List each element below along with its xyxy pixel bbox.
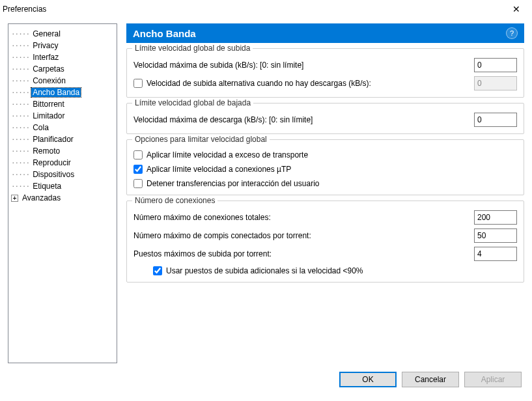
sidebar-item-label: Interfaz [31, 53, 60, 62]
sidebar-item-label: Bittorrent [31, 100, 66, 109]
tree-branch-icon: ····· [11, 182, 29, 191]
sidebar-item-planificador[interactable]: ·····Planificador [10, 133, 115, 145]
user-interaction-checkbox[interactable] [133, 179, 143, 188]
group-legend: Número de conexiones [132, 196, 217, 205]
sidebar-item-label: Dispositivos [31, 170, 76, 179]
apply-button: Aplicar [464, 372, 522, 387]
sidebar-item-carpetas[interactable]: ·····Carpetas [10, 63, 115, 75]
sidebar-item-limitador[interactable]: ·····Limitador [10, 110, 115, 122]
sidebar-item-label: Privacy [31, 41, 59, 50]
sidebar-item-reproducir[interactable]: ·····Reproducir [10, 157, 115, 169]
tree-branch-icon: ····· [11, 53, 29, 62]
max-download-input[interactable] [474, 113, 517, 127]
transport-overhead-label: Aplicar límite velocidad a exceso de tra… [147, 150, 308, 159]
ok-button[interactable]: OK [339, 372, 397, 387]
upload-limit-group: Límite velocidad global de subida Veloci… [126, 48, 524, 98]
panel-header: Ancho Banda ? [126, 23, 524, 43]
tree-branch-icon: ····· [11, 135, 29, 144]
window-title: Preferencias [3, 5, 503, 14]
tree-branch-icon: ····· [11, 124, 29, 132]
tree-branch-icon: ····· [11, 100, 29, 109]
sidebar-item-label: Ancho Banda [31, 88, 81, 97]
upload-slots-label: Puestos máximos de subida por torrent: [133, 249, 469, 258]
utp-limit-checkbox[interactable] [133, 165, 143, 174]
download-limit-group: Límite velocidad global de bajada Veloci… [126, 103, 524, 134]
alt-upload-checkbox[interactable] [133, 79, 143, 88]
tree-branch-icon: ····· [11, 147, 29, 156]
button-bar: OK Cancelar Aplicar [0, 363, 532, 396]
group-legend: Límite velocidad global de subida [132, 44, 253, 53]
main-panel: Ancho Banda ? Límite velocidad global de… [126, 23, 524, 363]
sidebar-item-remoto[interactable]: ·····Remoto [10, 145, 115, 157]
titlebar: Preferencias ✕ [0, 0, 532, 18]
sidebar-item-label: Remoto [31, 146, 61, 156]
close-button[interactable]: ✕ [503, 0, 529, 18]
max-upload-label: Velocidad máxima de subida (kB/s): [0: s… [133, 61, 469, 70]
utp-limit-label: Aplicar límite velocidad a conexiones µT… [147, 165, 291, 174]
sidebar-item-label: Limitador [31, 111, 66, 120]
user-interaction-label: Detener transferencias por interacción d… [147, 179, 319, 188]
extra-slots-label: Usar puestos de subida adicionales si la… [166, 266, 363, 275]
tree-branch-icon: ····· [11, 30, 29, 38]
max-peers-label: Número máximo de compis conectados por t… [133, 231, 469, 240]
tree-branch-icon: ····· [11, 77, 29, 85]
sidebar-item-label: Etiqueta [31, 182, 63, 191]
connections-group: Número de conexiones Número máximo de co… [126, 200, 524, 283]
extra-slots-checkbox[interactable] [153, 266, 162, 275]
sidebar-item-label: Planificador [31, 135, 75, 144]
sidebar-item-label: Carpetas [31, 64, 66, 74]
global-options-group: Opciones para limitar velocidad global A… [126, 139, 524, 195]
sidebar-item-label: Reproducir [31, 158, 72, 167]
tree-branch-icon: ····· [11, 112, 29, 120]
tree-expand-icon[interactable]: + [11, 195, 18, 202]
tree-branch-icon: ····· [11, 171, 29, 179]
sidebar-item-etiqueta[interactable]: ·····Etiqueta [10, 180, 115, 192]
max-download-label: Velocidad máxima de descarga (kB/s): [0:… [133, 115, 469, 124]
sidebar-item-bittorrent[interactable]: ·····Bittorrent [10, 98, 115, 110]
help-icon[interactable]: ? [506, 27, 518, 39]
upload-slots-input[interactable] [474, 247, 517, 261]
cancel-button[interactable]: Cancelar [402, 372, 459, 387]
sidebar-item-avanzadas[interactable]: +Avanzadas [10, 192, 115, 204]
group-legend: Límite velocidad global de bajada [132, 98, 253, 107]
alt-upload-label: Velocidad de subida alternativa cuando n… [147, 79, 371, 88]
sidebar-item-label: General [31, 29, 62, 38]
sidebar-item-interfaz[interactable]: ·····Interfaz [10, 51, 115, 63]
max-connections-label: Número máximo de conexiones totales: [133, 213, 469, 222]
sidebar-item-general[interactable]: ·····General [10, 28, 115, 40]
sidebar-item-conexion[interactable]: ·····Conexión [10, 75, 115, 87]
sidebar-item-label: Avanzadas [21, 193, 62, 202]
sidebar-item-ancho-banda[interactable]: ·····Ancho Banda [10, 87, 115, 98]
tree-branch-icon: ····· [11, 159, 29, 167]
max-peers-input[interactable] [474, 228, 517, 243]
panel-title: Ancho Banda [133, 28, 196, 39]
alt-upload-input [474, 76, 517, 90]
close-icon: ✕ [512, 4, 520, 14]
sidebar-item-label: Conexión [31, 76, 67, 85]
sidebar-tree[interactable]: ·····General ·····Privacy ·····Interfaz … [8, 23, 117, 363]
max-upload-input[interactable] [474, 58, 517, 72]
tree-branch-icon: ····· [11, 42, 29, 50]
group-legend: Opciones para limitar velocidad global [132, 135, 270, 144]
sidebar-item-label: Cola [31, 123, 50, 132]
transport-overhead-checkbox[interactable] [133, 150, 143, 159]
max-connections-input[interactable] [474, 210, 517, 225]
content-area: ·····General ·····Privacy ·····Interfaz … [0, 18, 532, 363]
tree-branch-icon: ····· [11, 89, 29, 97]
sidebar-item-dispositivos[interactable]: ·····Dispositivos [10, 169, 115, 180]
tree-branch-icon: ····· [11, 65, 29, 74]
sidebar-item-cola[interactable]: ·····Cola [10, 122, 115, 133]
sidebar-item-privacy[interactable]: ·····Privacy [10, 40, 115, 51]
